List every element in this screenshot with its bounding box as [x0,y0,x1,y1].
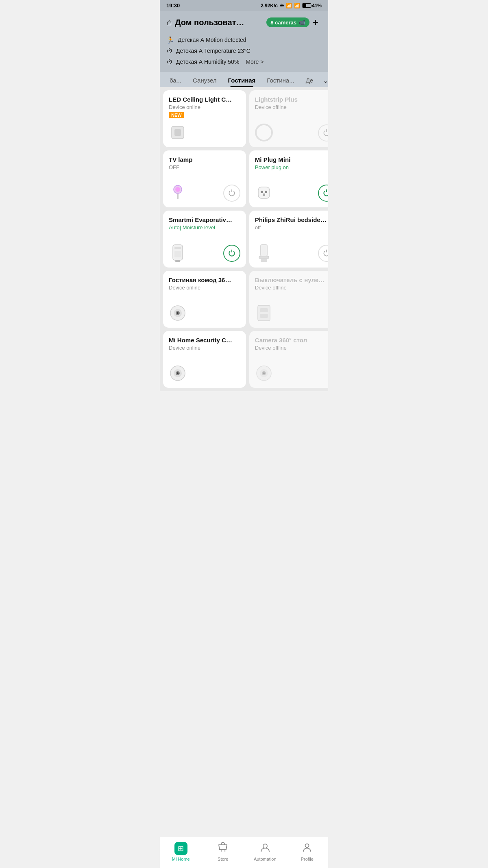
device-card-led-ceiling[interactable]: LED Ceiling Light Crysta Device online N… [163,90,246,147]
automation-icon [259,842,271,855]
header: ⌂ Дом пользователя А... 8 cameras 📹 + [160,11,328,32]
svg-rect-22 [260,314,268,318]
device-icon [169,364,187,382]
nav-profile[interactable]: Profile [286,840,329,863]
device-status: Device online [169,285,240,291]
device-bottom [169,304,240,322]
camera-icon: 📹 [298,19,305,26]
profile-icon [301,842,313,855]
device-name: Smartmi Evaporative Hu [169,216,233,223]
device-icon [169,184,187,202]
svg-point-6 [261,191,263,193]
tab-gostina2[interactable]: Гостина... [262,74,299,87]
svg-rect-10 [174,247,181,249]
svg-rect-12 [175,260,180,262]
notif-motion: 🏃 Детская А Motion detected [166,35,322,46]
device-card-camera360-desk[interactable]: Camera 360° стол Device offline [249,331,328,388]
more-link[interactable]: More > [246,57,264,67]
tab-ba[interactable]: ба... [165,74,186,87]
tab-gostinaya[interactable]: Гостиная [223,74,261,87]
device-card-mi-plug[interactable]: Mi Plug Mini Power plug on [249,150,328,207]
mihome-icon: ⊞ [174,842,187,855]
device-card-camera360[interactable]: Гостиная комод 360° 10 Device online [163,271,246,328]
tabs-dropdown-button[interactable]: ⌄ [320,75,328,86]
device-bottom [255,244,328,262]
cameras-label: 8 cameras [270,20,296,26]
device-status: off [255,224,328,231]
device-name: Выключатель с нулевой л [255,276,327,283]
network-speed: 2.92K/c [261,3,278,9]
svg-point-34 [305,844,309,848]
device-icon [255,124,273,141]
battery-percent: 41% [312,3,322,9]
svg-rect-13 [261,245,267,256]
motion-icon: 🏃 [166,35,174,46]
nav-mihome[interactable]: ⊞ Mi Home [160,840,202,863]
devices-grid: LED Ceiling Light Crysta Device online N… [160,87,328,391]
notif-motion-text: Детская А Motion detected [178,35,246,45]
device-name: Гостиная комод 360° 10 [169,276,233,283]
power-button[interactable] [223,185,240,202]
notif-temp-text: Детская А Temperature 23°C [176,46,251,56]
device-status: Power plug on [255,164,328,170]
add-button[interactable]: + [309,15,322,30]
device-bottom [255,124,328,141]
home-title[interactable]: Дом пользователя А... [175,18,248,27]
svg-point-30 [263,372,265,374]
device-status: Device online [169,104,240,110]
notif-humidity-text: Детская А Humidity 50% [176,57,239,67]
device-icon [255,244,273,262]
device-icon [255,184,273,202]
svg-rect-11 [174,251,181,257]
device-icon [169,304,187,322]
device-card-tv-lamp[interactable]: TV lamp OFF [163,150,246,207]
status-bar: 19:30 2.92K/c ✳ 📶 📶 41% [160,0,328,11]
device-card-lightstrip[interactable]: Lightstrip Plus Device offline [249,90,328,147]
nav-store[interactable]: Store [202,840,244,863]
device-icon [169,244,187,262]
bottom-nav: ⊞ Mi Home Store Automation [160,837,328,868]
svg-rect-1 [174,129,181,136]
device-icon [255,304,273,322]
svg-point-32 [224,851,226,852]
device-name: LED Ceiling Light Crysta [169,96,233,103]
store-icon [217,842,229,855]
device-name: Mi Home Security Came [169,337,233,344]
nav-profile-label: Profile [301,857,314,861]
device-card-switch[interactable]: Выключатель с нулевой л Device offline [249,271,328,328]
svg-point-31 [221,851,222,852]
battery-indicator: 41% [302,3,322,9]
device-name: Camera 360° стол [255,337,327,344]
svg-rect-8 [263,194,265,196]
notif-humidity: ⏱ Детская А Humidity 50% More > [166,57,322,67]
tab-de[interactable]: Де [301,74,318,87]
svg-rect-14 [259,256,269,259]
nav-automation-label: Automation [254,857,277,861]
status-right: 2.92K/c ✳ 📶 📶 41% [261,3,322,9]
svg-rect-20 [258,305,270,321]
device-status: OFF [169,164,240,170]
status-time: 19:30 [166,2,180,9]
new-badge: NEW [169,112,184,118]
svg-rect-15 [261,259,267,262]
svg-point-26 [177,372,179,374]
bluetooth-icon: ✳ [280,3,284,9]
svg-rect-4 [177,194,179,199]
device-card-mihome-cam[interactable]: Mi Home Security Came Device online [163,331,246,388]
device-icon [169,124,187,141]
signal-icon: 📶 [286,3,292,9]
device-bottom [169,364,240,382]
device-name: Philips ZhiRui bedside lar [255,216,327,223]
svg-point-3 [175,187,180,192]
nav-automation[interactable]: Automation [244,840,286,863]
device-card-smartmi[interactable]: Smartmi Evaporative Hu Auto| Moisture le… [163,211,246,268]
room-tabs: ба... Санузел Гостиная Гостина... Де ⌄ [160,72,328,87]
tab-sanuzl[interactable]: Санузел [188,74,221,87]
device-card-philips[interactable]: Philips ZhiRui bedside lar off [249,211,328,268]
device-name: Mi Plug Mini [255,156,327,163]
power-button[interactable] [223,245,240,262]
svg-point-7 [265,191,267,193]
device-bottom [255,304,328,322]
cameras-badge[interactable]: 8 cameras 📹 [266,17,309,27]
home-icon: ⌂ [166,17,172,28]
